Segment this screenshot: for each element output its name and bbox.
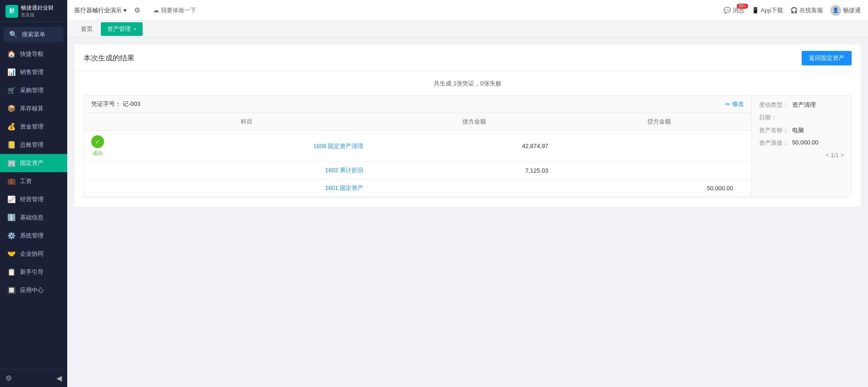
sidebar-item-label: 应用中心 — [20, 286, 44, 294]
sidebar-item-quick-nav[interactable]: 🏠 快捷导航 — [0, 45, 67, 63]
purchase-icon: 🛒 — [7, 86, 15, 94]
page-content: 本次生成的结果 返回固定资产 共生成 1张凭证，0张失败 凭证字号： 记-003 — [67, 37, 868, 387]
cloud-icon: ☁ — [153, 7, 159, 14]
voucher-header: 凭证字号： 记-003 ✏ 修改 — [84, 95, 751, 113]
return-button[interactable]: 返回固定资产 — [802, 51, 852, 65]
system-icon: ⚙️ — [7, 232, 15, 240]
table-row: ✓ 成功 1606 固定资产清理42,874.97 — [84, 131, 751, 162]
online-support-button[interactable]: 🎧 在线客服 — [790, 6, 823, 15]
col-status — [84, 113, 111, 131]
tabbar: 首页 资产管理 × — [67, 21, 868, 37]
table-row: 1602 累计折旧7,125.03 — [84, 162, 751, 179]
sidebar-item-cooperation[interactable]: 🤝 企业协同 — [0, 245, 67, 263]
sidebar-item-sales[interactable]: 📊 销售管理 — [0, 63, 67, 81]
pagination[interactable]: < 1/1 > — [759, 152, 844, 159]
sidebar-item-basic-info[interactable]: ℹ️ 基础信息 — [0, 208, 67, 227]
result-header: 本次生成的结果 返回固定资产 — [74, 45, 861, 72]
topbar-settings-icon[interactable]: ⚙ — [134, 6, 140, 15]
tab-asset-management[interactable]: 资产管理 × — [101, 22, 143, 36]
sidebar-item-inventory[interactable]: 📦 库存核算 — [0, 99, 67, 118]
table-row: 1601 固定资产50,000.00 — [84, 179, 751, 197]
collapse-icon[interactable]: ◀ — [56, 374, 62, 382]
summary-text: 共生成 1张凭证，0张失败 — [434, 80, 501, 87]
voucher-card: 凭证字号： 记-003 ✏ 修改 科目 — [84, 95, 852, 198]
sidebar-item-guide[interactable]: 📋 新手引导 — [0, 263, 67, 281]
chevron-down-icon: ▾ — [124, 7, 127, 14]
app-logo: 财 畅捷通好业财 普及版 — [0, 0, 67, 22]
main-content: 医疗器械行业演示 ▾ ⚙ ☁ 我要体验一下 💬 消息 99+ 📱 App下载 🎧… — [67, 0, 868, 387]
col-subject: 科目 — [111, 113, 382, 131]
asset-value-row: 资产原值： 50,000.00 — [759, 139, 844, 147]
tab-close-icon[interactable]: × — [134, 26, 136, 32]
subject-cell: 1601 固定资产 — [111, 179, 382, 197]
sidebar-item-label: 经营管理 — [20, 195, 44, 203]
online-support-label: 在线客服 — [799, 6, 823, 15]
edit-button[interactable]: ✏ 修改 — [725, 100, 744, 108]
edit-label: 修改 — [732, 100, 744, 108]
sidebar-item-system[interactable]: ⚙️ 系统管理 — [0, 227, 67, 245]
inventory-icon: 📦 — [7, 104, 15, 113]
sidebar-item-management[interactable]: 📈 经营管理 — [0, 190, 67, 208]
sidebar-item-ledger[interactable]: 📒 总账管理 — [0, 136, 67, 154]
page-title: 本次生成的结果 — [84, 54, 134, 63]
credit-cell — [566, 162, 751, 179]
debit-cell — [382, 179, 566, 197]
sidebar-item-app-center[interactable]: 🔲 应用中心 — [0, 281, 67, 299]
basic-info-icon: ℹ️ — [7, 213, 15, 222]
avatar: 👤 — [830, 5, 841, 16]
asset-name-row: 资产名称： 电脑 — [759, 126, 844, 134]
sidebar-item-funds[interactable]: 💰 资金管理 — [0, 118, 67, 136]
download-icon: 📱 — [752, 7, 759, 14]
support-icon: 🎧 — [790, 7, 798, 14]
col-credit: 贷方金额 — [566, 113, 751, 131]
cooperation-icon: 🤝 — [7, 250, 15, 258]
voucher-no-value: 记-003 — [123, 100, 140, 107]
funds-icon: 💰 — [7, 123, 15, 131]
ledger-icon: 📒 — [7, 141, 15, 149]
sidebar-item-label: 销售管理 — [20, 68, 44, 76]
sidebar: 财 畅捷通好业财 普及版 🔍 搜索菜单 🏠 快捷导航 📊 销售管理 🛒 采购管理… — [0, 0, 67, 387]
change-type-label: 变动类型： — [759, 101, 789, 109]
topbar-right: 💬 消息 99+ 📱 App下载 🎧 在线客服 👤 畅捷通 — [724, 5, 861, 16]
voucher-no: 凭证字号： 记-003 — [91, 100, 140, 108]
debit-cell: 42,874.97 — [382, 131, 566, 162]
app-download-button[interactable]: 📱 App下载 — [752, 6, 783, 15]
user-profile[interactable]: 👤 畅捷通 — [830, 5, 861, 16]
message-button[interactable]: 💬 消息 99+ — [724, 6, 744, 15]
sidebar-item-label: 企业协同 — [20, 250, 44, 258]
sidebar-item-label: 采购管理 — [20, 86, 44, 94]
guide-icon: 📋 — [7, 268, 15, 276]
credit-cell — [566, 131, 751, 162]
date-row: 日期： — [759, 114, 844, 122]
company-selector[interactable]: 医疗器械行业演示 ▾ — [74, 6, 127, 15]
result-summary: 共生成 1张凭证，0张失败 — [74, 72, 861, 95]
sidebar-item-purchase[interactable]: 🛒 采购管理 — [0, 81, 67, 99]
asset-name-label: 资产名称： — [759, 126, 789, 134]
asset-value-label: 资产原值： — [759, 139, 789, 147]
sidebar-item-search[interactable]: 🔍 搜索菜单 — [4, 27, 64, 42]
change-type-row: 变动类型： 资产清理 — [759, 101, 844, 109]
message-badge: 99+ — [737, 4, 748, 9]
status-cell — [84, 162, 111, 179]
experience-label: 我要体验一下 — [161, 6, 196, 15]
sidebar-item-label: 固定资产 — [20, 159, 44, 167]
logo-icon: 财 — [5, 5, 18, 18]
settings-bottom-icon[interactable]: ⚙ — [5, 374, 12, 382]
tab-home[interactable]: 首页 — [74, 22, 99, 36]
credit-cell: 50,000.00 — [566, 179, 751, 197]
sidebar-nav: 🔍 搜索菜单 🏠 快捷导航 📊 销售管理 🛒 采购管理 📦 库存核算 💰 资金管… — [0, 22, 67, 369]
voucher-table: 科目 借方金额 贷方金额 ✓ 成功 1606 固定资产清理42,874.9716… — [84, 113, 751, 197]
asset-name-value: 电脑 — [792, 126, 804, 134]
sidebar-item-salary[interactable]: 💼 工资 — [0, 172, 67, 190]
sidebar-item-fixed-assets[interactable]: 🏢 固定资产 — [0, 154, 67, 172]
status-cell — [84, 179, 111, 197]
voucher-side-panel: 变动类型： 资产清理 日期： 资产名称： 电脑 资产原值： 50,000.00 — [751, 95, 851, 197]
salary-icon: 💼 — [7, 177, 15, 185]
experience-button[interactable]: ☁ 我要体验一下 — [153, 6, 196, 15]
company-name: 医疗器械行业演示 — [74, 6, 122, 15]
sales-icon: 📊 — [7, 68, 15, 76]
edit-icon: ✏ — [725, 101, 730, 108]
sidebar-bottom: ⚙ ◀ — [0, 369, 67, 387]
status-cell: ✓ 成功 — [84, 131, 111, 162]
sidebar-item-label: 基础信息 — [20, 213, 44, 222]
